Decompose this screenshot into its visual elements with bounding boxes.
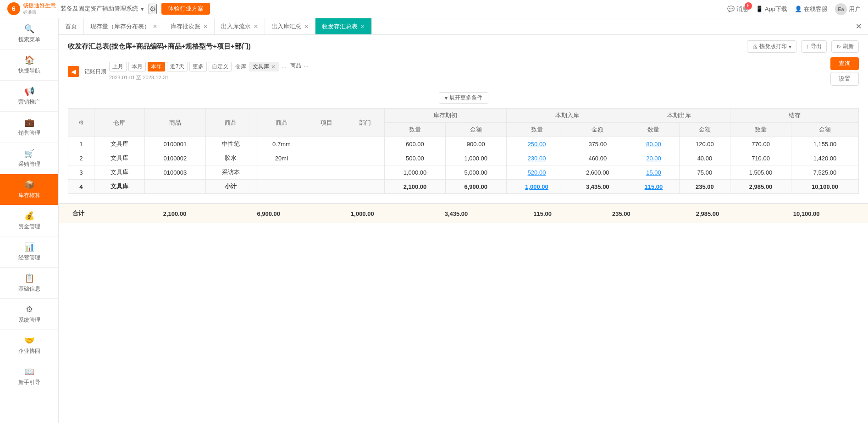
tab-flow-label: 出入库流水	[221, 22, 251, 31]
th-warehouse: 仓库	[94, 109, 144, 137]
sidebar-label-basicinfo: 基础信息	[18, 285, 40, 293]
message-button[interactable]: 💬 消息 6	[727, 5, 748, 13]
tab-stock-dist[interactable]: 现存量（库存分布表） ✕	[84, 18, 164, 34]
sidebar-label-search: 搜索菜单	[18, 36, 40, 44]
sidebar-item-inventory[interactable]: 📦 库存核算	[0, 174, 58, 205]
date-this-month[interactable]: 本月	[128, 62, 146, 71]
table-row-out-qty[interactable]: 15.00	[628, 165, 679, 180]
th-in: 本期入库	[506, 109, 628, 123]
sidebar-item-marketing[interactable]: 📢 营销推广	[0, 81, 58, 112]
date-more[interactable]: 更多	[189, 62, 207, 71]
th-out-amt: 金额	[679, 123, 730, 137]
export-icon: ↑	[806, 44, 809, 50]
table-row-close-qty: 770.00	[730, 137, 791, 151]
expand-more-button[interactable]: ▾ 展开更多条件	[439, 92, 488, 104]
tab-batch[interactable]: 库存批次账 ✕	[164, 18, 215, 34]
tab-bar-close-all[interactable]: ✕	[849, 22, 868, 31]
tab-bar: 首页 现存量（库存分布表） ✕ 库存批次账 ✕ 出入库流水 ✕ 出入库汇总 ✕ …	[59, 18, 868, 35]
basicinfo-icon: 📋	[24, 273, 34, 283]
warehouse-filter-dots[interactable]: ···	[282, 64, 287, 70]
goods-filter-group: 商品 ···	[290, 62, 309, 70]
table-row-in-qty[interactable]: 520.00	[506, 165, 567, 180]
table-row-in-amt: 375.00	[567, 137, 628, 151]
table-row-spec	[256, 180, 307, 194]
tab-recv-send-close[interactable]: ✕	[360, 23, 365, 30]
tab-home[interactable]: 首页	[59, 18, 84, 34]
sidebar-item-system[interactable]: ⚙ 系统管理	[0, 299, 58, 330]
date-row1: 上月 本月 本年 近7天 更多 自定义	[109, 62, 232, 71]
global-settings-button[interactable]: ⚙	[149, 4, 157, 14]
warehouse-tag-close[interactable]: ✕	[271, 64, 276, 70]
expand-arrow: ▾	[445, 95, 448, 101]
print-label: 拣货版打印	[759, 43, 787, 50]
sidebar-item-quicknav[interactable]: 🏠 快捷导航	[0, 49, 58, 81]
table-row-in-qty[interactable]: 230.00	[506, 151, 567, 165]
footer-out-qty: 115.00	[503, 208, 581, 220]
table-row-project	[307, 180, 346, 194]
sidebar-item-search[interactable]: 🔍 搜索菜单	[0, 18, 58, 49]
date-filter-label: 记账日期	[84, 68, 106, 76]
sidebar-item-sales[interactable]: 💼 销售管理	[0, 112, 58, 143]
filter-section: 记账日期 上月 本月 本年 近7天 更多 自定义 20	[84, 62, 825, 81]
inventory-icon: 📦	[24, 180, 34, 190]
table-row-warehouse: 文具库	[94, 137, 144, 151]
tab-summary-close[interactable]: ✕	[304, 23, 309, 30]
table-row-dept	[346, 180, 384, 194]
expand-bar: ▾ 展开更多条件	[59, 90, 868, 108]
app-download-label: App下载	[765, 5, 787, 13]
query-button[interactable]: 查询	[830, 57, 859, 70]
th-close-amt: 金额	[791, 123, 858, 137]
sidebar-item-operations[interactable]: 📊 经营管理	[0, 236, 58, 268]
app-download-button[interactable]: 📱 App下载	[756, 5, 787, 13]
goods-filter-dots[interactable]: ···	[304, 63, 309, 69]
online-service-button[interactable]: 👤 在线客服	[795, 5, 828, 13]
filter-settings-button[interactable]: 设置	[830, 72, 859, 86]
header-right: 💬 消息 6 📱 App下载 👤 在线客服 Ea 用户	[727, 3, 861, 15]
th-product-code: 商品	[144, 109, 205, 137]
export-button[interactable]: ↑ 导出	[801, 40, 827, 53]
tab-flow[interactable]: 出入库流水 ✕	[215, 18, 265, 34]
date-this-year[interactable]: 本年	[148, 62, 165, 71]
sidebar-item-basicinfo[interactable]: 📋 基础信息	[0, 268, 58, 299]
sidebar-item-finance[interactable]: 💰 资金管理	[0, 205, 58, 236]
filter-toggle-button[interactable]: ◀	[68, 66, 79, 77]
logo-icon: 6	[7, 2, 20, 15]
refresh-button[interactable]: ↻ 刷新	[831, 40, 859, 53]
table-row-in-qty[interactable]: 250.00	[506, 137, 567, 151]
table-row-out-qty[interactable]: 80.00	[628, 137, 679, 151]
tab-recv-send[interactable]: 收发存汇总表 ✕	[315, 18, 372, 34]
tab-flow-close[interactable]: ✕	[254, 23, 258, 30]
table-row-in-amt: 460.00	[567, 151, 628, 165]
date-last-7days[interactable]: 近7天	[167, 62, 188, 71]
footer-in-qty: 1,000.00	[316, 208, 409, 220]
tab-stock-dist-close[interactable]: ✕	[153, 23, 157, 30]
date-custom[interactable]: 自定义	[209, 62, 232, 71]
th-product-name: 商品	[205, 109, 256, 137]
date-last-month[interactable]: 上月	[109, 62, 127, 71]
query-settings-group: 查询 设置	[830, 57, 859, 86]
sidebar-item-guide[interactable]: 📖 新手引导	[0, 361, 58, 392]
sidebar-item-enterprise[interactable]: 🤝 企业协同	[0, 330, 58, 361]
th-closing: 结存	[730, 109, 859, 123]
content-area: 首页 现存量（库存分布表） ✕ 库存批次账 ✕ 出入库流水 ✕ 出入库汇总 ✕ …	[59, 18, 868, 423]
refresh-label: 刷新	[843, 43, 854, 50]
sidebar-label-guide: 新手引导	[18, 379, 40, 386]
warehouse-filter-label: 仓库	[235, 63, 246, 71]
table-row-project	[307, 151, 346, 165]
footer-in-amt: 3,435.00	[410, 208, 503, 220]
table-row-out-qty[interactable]: 20.00	[628, 151, 679, 165]
logo-text: 畅捷通好生意	[23, 2, 56, 9]
table-row-close-qty: 1,505.00	[730, 165, 791, 180]
th-settings[interactable]: ⚙	[68, 109, 94, 137]
logo-badge: 标准版	[23, 9, 56, 16]
print-button[interactable]: 🖨 拣货版打印 ▾	[747, 40, 796, 53]
sidebar-label-finance: 资金管理	[18, 223, 40, 231]
table-row-open-qty: 1,000.00	[385, 165, 446, 180]
sidebar-item-purchase[interactable]: 🛒 采购管理	[0, 143, 58, 174]
experience-button[interactable]: 体验行业方案	[161, 3, 210, 15]
finance-icon: 💰	[24, 211, 34, 221]
user-menu-button[interactable]: Ea 用户	[835, 3, 861, 15]
tab-summary[interactable]: 出入库汇总 ✕	[265, 18, 315, 34]
tab-batch-close[interactable]: ✕	[203, 23, 208, 30]
table-row-name: 胶水	[205, 151, 256, 165]
